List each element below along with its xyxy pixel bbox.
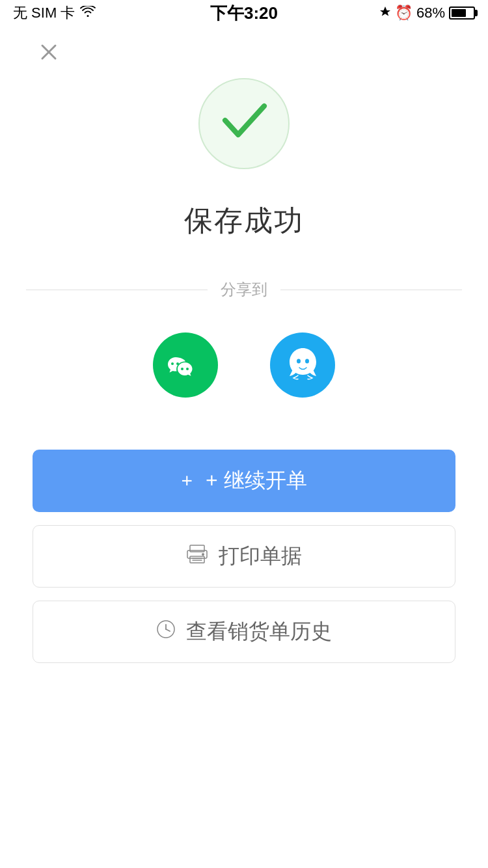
svg-point-8 xyxy=(305,359,309,364)
svg-point-3 xyxy=(171,362,174,365)
status-right: ⏰ 68% xyxy=(379,5,475,21)
svg-line-17 xyxy=(166,629,170,631)
continue-order-label: + 继续开单 xyxy=(206,467,307,495)
share-icons xyxy=(153,332,335,398)
svg-point-12 xyxy=(202,553,204,556)
continue-order-button[interactable]: + + 继续开单 xyxy=(33,450,455,512)
plus-icon: + xyxy=(181,470,193,492)
location-icon xyxy=(379,5,391,21)
wifi-icon xyxy=(80,5,96,21)
status-bar: 无 SIM 卡 下午3:20 ⏰ 68% xyxy=(0,0,488,26)
status-left: 无 SIM 卡 xyxy=(13,3,96,23)
view-history-button[interactable]: 查看销货单历史 xyxy=(33,601,455,663)
share-label: 分享到 xyxy=(208,279,280,300)
battery-icon xyxy=(449,7,475,20)
success-circle xyxy=(198,78,290,169)
share-divider: 分享到 xyxy=(0,279,488,300)
print-icon xyxy=(186,545,208,569)
qq-share-button[interactable] xyxy=(270,332,335,398)
sim-status: 无 SIM 卡 xyxy=(13,3,75,23)
battery-percentage: 68% xyxy=(416,5,445,21)
print-receipt-button[interactable]: 打印单据 xyxy=(33,525,455,588)
history-label: 查看销货单历史 xyxy=(186,617,332,646)
svg-point-5 xyxy=(181,368,183,370)
share-section: 分享到 xyxy=(0,279,488,398)
status-time: 下午3:20 xyxy=(210,2,278,25)
svg-point-4 xyxy=(176,362,179,365)
wechat-share-button[interactable] xyxy=(153,332,218,398)
checkmark-icon xyxy=(220,100,269,147)
alarm-icon: ⏰ xyxy=(395,5,413,21)
actions-section: + + 继续开单 打印单据 查看销货单历史 xyxy=(0,450,488,663)
print-label: 打印单据 xyxy=(219,542,302,571)
close-button[interactable] xyxy=(33,36,65,68)
success-section: 保存成功 xyxy=(0,78,488,240)
history-icon xyxy=(156,619,176,644)
success-title: 保存成功 xyxy=(184,202,304,240)
svg-point-6 xyxy=(186,368,189,370)
svg-point-7 xyxy=(297,359,301,364)
svg-rect-10 xyxy=(190,556,204,563)
